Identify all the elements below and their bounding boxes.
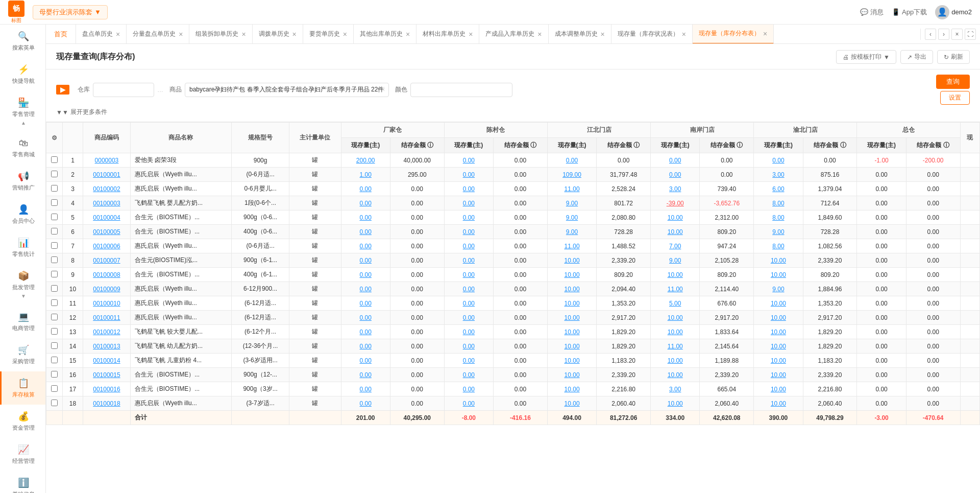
- tab-yaohuo[interactable]: 要货单历史 ×: [303, 25, 354, 44]
- tab-diaob[interactable]: 调拨单历史 ×: [253, 25, 303, 44]
- sidebar-item-wholesale[interactable]: 📦 批发管理 ▼: [0, 264, 45, 305]
- td-checkbox[interactable]: [46, 268, 63, 282]
- row-checkbox[interactable]: [51, 199, 58, 206]
- close-icon[interactable]: ×: [179, 31, 183, 38]
- row-checkbox[interactable]: [51, 271, 58, 277]
- print-button[interactable]: 🖨 按模板打印 ▼: [836, 50, 896, 64]
- td-nanan-qty: 3.00: [651, 182, 700, 196]
- sidebar-item-retail-stats[interactable]: 📊 零售统计: [0, 231, 45, 264]
- row-checkbox[interactable]: [51, 242, 58, 249]
- close-icon[interactable]: ×: [469, 31, 473, 38]
- tab-chengben[interactable]: 成本调整单历史 ×: [549, 25, 611, 44]
- tab-prev-button[interactable]: ‹: [925, 29, 936, 40]
- td-checkbox[interactable]: [46, 396, 63, 411]
- th-gear[interactable]: ⚙: [46, 123, 63, 153]
- store-selector[interactable]: 母婴行业演示陈套 ▼: [33, 5, 108, 19]
- row-checkbox[interactable]: [51, 228, 58, 234]
- sidebar-item-member[interactable]: 👤 会员中心: [0, 198, 45, 231]
- row-checkbox[interactable]: [51, 299, 58, 306]
- tab-qita[interactable]: 其他出库单历史 ×: [354, 25, 416, 44]
- sidebar-item-marketing[interactable]: 📢 营销推广: [0, 165, 45, 198]
- td-checkbox[interactable]: [46, 153, 63, 168]
- setting-button[interactable]: 设置: [940, 91, 970, 105]
- tab-fenpan[interactable]: 分量盘点单历史 ×: [127, 25, 189, 44]
- sidebar-item-basic-info[interactable]: ℹ️ 基础信息: [0, 471, 45, 493]
- close-icon[interactable]: ×: [343, 31, 347, 38]
- sidebar-item-quick-nav[interactable]: ⚡ 快捷导航: [0, 58, 45, 91]
- export-button[interactable]: ↗ 导出: [900, 50, 933, 64]
- close-icon[interactable]: ×: [537, 31, 542, 38]
- sidebar-item-retail-store[interactable]: 🛍 零售商城: [0, 132, 45, 165]
- tab-fullscreen-button[interactable]: ⛶: [965, 29, 976, 40]
- row-checkbox[interactable]: [51, 314, 58, 320]
- sidebar-item-search[interactable]: 🔍 搜索英单: [0, 25, 45, 58]
- row-checkbox[interactable]: [51, 285, 58, 292]
- message-button[interactable]: 💬 消息: [860, 8, 884, 17]
- td-checkbox[interactable]: [46, 225, 63, 239]
- table-wrapper[interactable]: ⚙ 商品编码 商品名称 规格型号 主计量单位 厂家仓 陈村仓 江北门店 南岸门店: [46, 122, 980, 493]
- tab-close-all-button[interactable]: ×: [951, 29, 963, 40]
- close-icon[interactable]: ×: [116, 31, 120, 38]
- td-checkbox[interactable]: [46, 296, 63, 311]
- td-checkbox[interactable]: [46, 210, 63, 225]
- row-checkbox[interactable]: [51, 171, 58, 177]
- refresh-button[interactable]: ↻ 刷新: [937, 50, 970, 64]
- row-checkbox[interactable]: [51, 328, 58, 335]
- sidebar-item-finance[interactable]: 💰 资金管理: [0, 405, 45, 438]
- close-icon[interactable]: ×: [241, 31, 246, 38]
- app-download-button[interactable]: 📱 App下载: [892, 8, 927, 17]
- td-checkbox[interactable]: [46, 196, 63, 210]
- td-summary-yubei-amt: 49,798.29: [803, 411, 857, 425]
- tab-next-button[interactable]: ›: [938, 29, 949, 40]
- td-checkbox[interactable]: [46, 253, 63, 268]
- gear-icon[interactable]: ⚙: [52, 134, 57, 142]
- tab-home[interactable]: 首页: [46, 25, 76, 44]
- row-checkbox[interactable]: [51, 156, 58, 163]
- td-checkbox[interactable]: [46, 339, 63, 354]
- sidebar-item-inventory[interactable]: 📋 库存核算: [0, 371, 45, 405]
- wholesale-icon: 📦: [18, 270, 29, 281]
- close-icon[interactable]: ×: [682, 31, 686, 38]
- tab-cailiao[interactable]: 材料出库单历史 ×: [416, 25, 479, 44]
- user-profile[interactable]: 👤 demo2: [935, 5, 972, 19]
- td-code: 0000003: [83, 153, 131, 168]
- close-icon[interactable]: ×: [406, 31, 410, 38]
- row-checkbox[interactable]: [51, 185, 58, 192]
- sidebar-item-operations[interactable]: 📈 经营管理: [0, 438, 45, 471]
- close-icon[interactable]: ×: [601, 31, 605, 38]
- td-checkbox[interactable]: [46, 239, 63, 253]
- collapse-button[interactable]: ▶: [56, 85, 69, 95]
- finance-icon: 💰: [18, 411, 29, 422]
- td-checkbox[interactable]: [46, 354, 63, 368]
- tab-xiancun-dist[interactable]: 现存量（库存分布表） ×: [693, 25, 774, 44]
- sidebar-item-retail-mgmt[interactable]: 🏪 零售管理 ▲: [0, 91, 45, 132]
- color-input[interactable]: [410, 83, 512, 97]
- tab-zuzhang[interactable]: 组装拆卸单历史 ×: [189, 25, 252, 44]
- query-button[interactable]: 查询: [936, 75, 970, 89]
- row-checkbox[interactable]: [51, 214, 58, 220]
- warehouse-input[interactable]: [93, 83, 154, 97]
- td-checkbox[interactable]: [46, 368, 63, 382]
- td-checkbox[interactable]: [46, 382, 63, 396]
- row-checkbox[interactable]: [51, 357, 58, 363]
- td-checkbox[interactable]: [46, 325, 63, 339]
- td-checkbox[interactable]: [46, 311, 63, 325]
- sidebar-item-ecommerce[interactable]: 💻 电商管理: [0, 305, 45, 338]
- td-checkbox[interactable]: [46, 168, 63, 182]
- row-checkbox[interactable]: [51, 256, 58, 263]
- row-checkbox[interactable]: [51, 371, 58, 378]
- tab-xiancun-status[interactable]: 现存量（库存状况表） ×: [611, 25, 693, 44]
- close-icon[interactable]: ×: [763, 30, 767, 37]
- tab-pandian[interactable]: 盘点单历史 ×: [76, 25, 127, 44]
- td-checkbox[interactable]: [46, 182, 63, 196]
- tab-chanpin[interactable]: 产成品入库单历史 ×: [479, 25, 548, 44]
- more-icon[interactable]: …: [157, 86, 163, 93]
- row-checkbox[interactable]: [51, 342, 58, 349]
- expand-filter-button[interactable]: ▼▼ 展开更多条件: [56, 108, 107, 116]
- td-checkbox[interactable]: [46, 282, 63, 296]
- sidebar-item-purchase[interactable]: 🛒 采购管理: [0, 338, 45, 371]
- close-icon[interactable]: ×: [292, 31, 297, 38]
- row-checkbox[interactable]: [51, 400, 58, 406]
- row-checkbox[interactable]: [51, 385, 58, 392]
- product-input[interactable]: [185, 83, 389, 97]
